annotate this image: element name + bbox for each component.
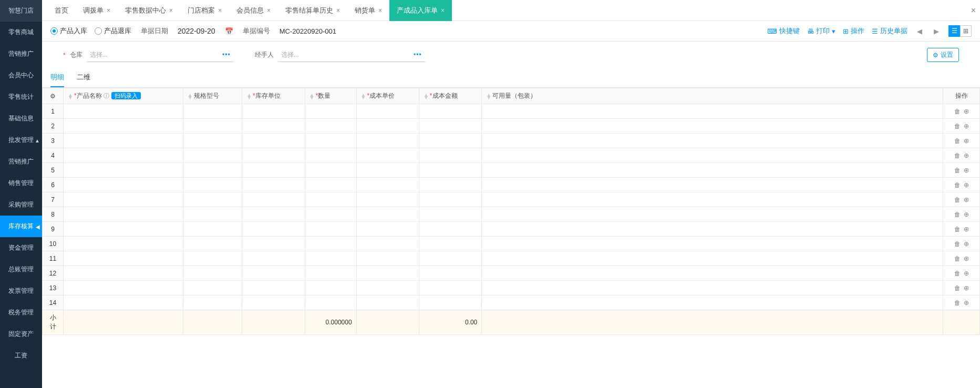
add-icon[interactable]: ⊕ [962,211,971,218]
sidebar-item[interactable]: 资金管理 [0,237,42,259]
add-icon[interactable]: ⊕ [962,240,971,248]
sidebar-item[interactable]: 销售管理 [0,172,42,194]
cell-product[interactable] [64,134,183,148]
sidebar-item[interactable]: 零售商城 [0,22,42,43]
col-available[interactable]: ▲▼可用量（包装） [482,88,943,104]
tab[interactable]: 销货单× [347,0,389,21]
close-icon[interactable]: × [218,7,222,14]
delete-icon[interactable]: 🗑 [953,152,962,159]
sidebar-item[interactable]: 工资 [0,345,42,366]
sidebar-item[interactable]: 零售统计 [0,86,42,108]
cell-qty[interactable] [305,134,356,148]
subtab-2d[interactable]: 二维 [77,68,90,87]
delete-icon[interactable]: 🗑 [953,226,962,233]
add-icon[interactable]: ⊕ [962,226,971,233]
cell-price[interactable] [356,251,419,266]
cell-available[interactable] [482,119,943,134]
cell-unit[interactable] [242,148,305,163]
col-unit[interactable]: ▲▼*库存单位 [242,88,305,104]
cell-amount[interactable] [419,119,481,134]
cell-product[interactable] [64,295,183,310]
tab[interactable]: 会员信息× [229,0,278,21]
cell-product[interactable] [64,148,183,163]
close-all-tabs-icon[interactable]: × [971,6,976,15]
cell-spec[interactable] [183,163,242,178]
cell-spec[interactable] [183,178,242,192]
add-icon[interactable]: ⊕ [962,255,971,262]
cell-unit[interactable] [242,163,305,178]
cell-unit[interactable] [242,207,305,222]
date-value[interactable]: 2022-09-20 [178,27,215,35]
cell-amount[interactable] [419,134,481,148]
cell-spec[interactable] [183,295,242,310]
radio-product-in[interactable]: 产品入库 [50,26,87,36]
cell-qty[interactable] [305,251,356,266]
sidebar-item[interactable]: 营销推广 [0,151,42,172]
delete-icon[interactable]: 🗑 [953,284,962,292]
sidebar-item[interactable]: 发票管理 [0,280,42,302]
cell-qty[interactable] [305,266,356,281]
cell-qty[interactable] [305,281,356,295]
sidebar-item[interactable]: 税务管理 [0,302,42,323]
cell-available[interactable] [482,237,943,251]
cell-spec[interactable] [183,119,242,134]
col-spec[interactable]: ▲▼规格型号 [183,88,242,104]
cell-price[interactable] [356,134,419,148]
cell-unit[interactable] [242,178,305,192]
cell-unit[interactable] [242,266,305,281]
tab[interactable]: 产成品入库单× [389,0,452,21]
cell-available[interactable] [482,281,943,295]
cell-qty[interactable] [305,178,356,192]
cell-price[interactable] [356,163,419,178]
help-icon[interactable]: ⓘ [102,93,109,99]
cell-spec[interactable] [183,207,242,222]
sidebar-item[interactable]: 会员中心 [0,65,42,86]
cell-amount[interactable] [419,295,481,310]
cell-unit[interactable] [242,134,305,148]
cell-price[interactable] [356,207,419,222]
cell-product[interactable] [64,251,183,266]
cell-price[interactable] [356,237,419,251]
cell-spec[interactable] [183,134,242,148]
cell-unit[interactable] [242,192,305,207]
close-icon[interactable]: × [267,7,271,14]
cell-price[interactable] [356,104,419,119]
cell-product[interactable] [64,281,183,295]
tab[interactable]: 门店档案× [180,0,229,21]
tab[interactable]: 零售结算单历史× [278,0,347,21]
cell-qty[interactable] [305,148,356,163]
cell-unit[interactable] [242,119,305,134]
cell-unit[interactable] [242,222,305,237]
sidebar-item[interactable]: 批发管理▲ [0,129,42,151]
handler-select[interactable]: 选择... ••• [278,48,425,62]
cell-available[interactable] [482,251,943,266]
add-icon[interactable]: ⊕ [962,196,971,203]
cell-unit[interactable] [242,295,305,310]
gear-header[interactable]: ⚙ [43,88,64,104]
cell-spec[interactable] [183,148,242,163]
next-doc-button[interactable]: ▶ [932,27,941,35]
close-icon[interactable]: × [169,7,173,14]
cell-qty[interactable] [305,163,356,178]
more-icon[interactable]: ••• [222,51,231,58]
add-icon[interactable]: ⊕ [962,270,971,277]
delete-icon[interactable]: 🗑 [953,108,962,115]
sidebar-item[interactable]: 智慧门店 [0,0,42,22]
delete-icon[interactable]: 🗑 [953,211,962,218]
calendar-icon[interactable]: 📅 [225,27,233,35]
delete-icon[interactable]: 🗑 [953,122,962,130]
sidebar-item[interactable]: 营销推广 [0,43,42,65]
delete-icon[interactable]: 🗑 [953,299,962,307]
cell-product[interactable] [64,237,183,251]
history-button[interactable]: ☰ 历史单据 [872,26,907,36]
cell-spec[interactable] [183,266,242,281]
cell-amount[interactable] [419,178,481,192]
tab[interactable]: 首页 [47,0,76,21]
add-icon[interactable]: ⊕ [962,284,971,292]
cell-product[interactable] [64,192,183,207]
close-icon[interactable]: × [441,7,445,14]
cell-price[interactable] [356,192,419,207]
cell-product[interactable] [64,266,183,281]
settings-button[interactable]: ⚙ 设置 [927,48,959,62]
warehouse-select[interactable]: 选择... ••• [87,48,234,62]
